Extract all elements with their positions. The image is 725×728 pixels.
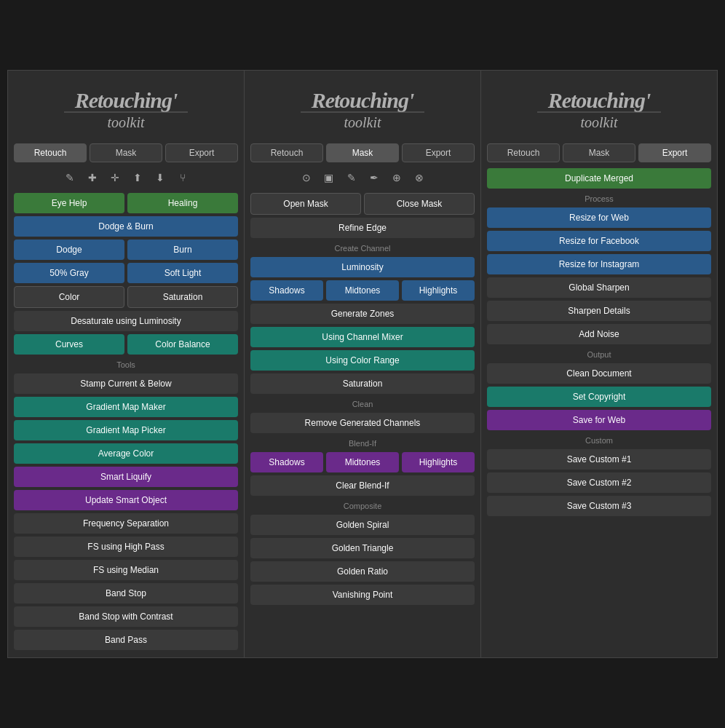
- btn-midtones-4[interactable]: Midtones: [326, 280, 399, 301]
- section-label-12: Custom: [487, 436, 711, 445]
- tab-retouch[interactable]: Retouch: [487, 143, 560, 162]
- panel-3: Retouching'toolkitRetouchMaskExportDupli…: [481, 71, 717, 657]
- btn-refine-edge[interactable]: Refine Edge: [250, 218, 475, 238]
- btn-saturation[interactable]: Saturation: [127, 286, 238, 308]
- brush2-icon[interactable]: ✎: [341, 168, 362, 187]
- logo-svg: Retouching'toolkit: [282, 80, 443, 135]
- panel-1: Retouching'toolkitRetouchMaskExport✎✚✛⬆⬇…: [8, 71, 245, 657]
- btn-add-noise[interactable]: Add Noise: [487, 324, 711, 344]
- btn-clean-document[interactable]: Clean Document: [487, 363, 711, 384]
- magnify-icon[interactable]: ⊗: [409, 168, 429, 187]
- tab-mask[interactable]: Mask: [326, 143, 399, 162]
- btn-midtones-12[interactable]: Midtones: [326, 452, 399, 472]
- btn-using-color-range[interactable]: Using Color Range: [250, 350, 475, 371]
- btn-resize-for-facebook[interactable]: Resize for Facebook: [487, 231, 711, 251]
- btn-smart-liquify[interactable]: Smart Liquify: [14, 467, 238, 487]
- btn-vanishing-point[interactable]: Vanishing Point: [250, 585, 475, 605]
- btn-update-smart-object[interactable]: Update Smart Object: [14, 490, 238, 510]
- btn-remove-generated-channels[interactable]: Remove Generated Channels: [250, 413, 475, 433]
- svg-text:Retouching': Retouching': [311, 88, 414, 112]
- btn-shadows-4[interactable]: Shadows: [250, 280, 323, 301]
- btn-gradient-map-maker[interactable]: Gradient Map Maker: [14, 397, 238, 417]
- btn-sharpen-details[interactable]: Sharpen Details: [487, 301, 711, 321]
- btn-soft-light[interactable]: Soft Light: [127, 263, 238, 283]
- tab-export[interactable]: Export: [165, 143, 238, 162]
- btn-dodge[interactable]: Dodge: [14, 240, 124, 260]
- btn-generate-zones[interactable]: Generate Zones: [250, 304, 475, 324]
- btn-50-gray[interactable]: 50% Gray: [14, 263, 124, 283]
- btn-color-balance[interactable]: Color Balance: [127, 334, 238, 355]
- logo-area: Retouching'toolkit: [250, 78, 475, 136]
- stamp-icon[interactable]: ⬆: [127, 168, 148, 187]
- svg-text:Retouching': Retouching': [74, 88, 178, 112]
- svg-text:toolkit: toolkit: [580, 114, 618, 130]
- btn-clear-blend-if[interactable]: Clear Blend-If: [250, 475, 475, 496]
- btn-fs-using-median[interactable]: FS using Median: [14, 560, 238, 580]
- btn-row-3-12: ShadowsMidtonesHighlights: [250, 452, 475, 472]
- btn-global-sharpen[interactable]: Global Sharpen: [487, 277, 711, 298]
- btn-save-for-web[interactable]: Save for Web: [487, 410, 711, 430]
- btn-save-custom-1[interactable]: Save Custom #1: [487, 449, 711, 470]
- tab-export[interactable]: Export: [402, 143, 475, 162]
- stamp2-icon[interactable]: ⬇: [150, 168, 170, 187]
- btn-stamp-current--below[interactable]: Stamp Current & Below: [14, 373, 238, 394]
- logo-svg: Retouching'toolkit: [519, 80, 679, 135]
- btn-eye-help[interactable]: Eye Help: [14, 193, 124, 213]
- btn-golden-triangle[interactable]: Golden Triangle: [250, 538, 475, 558]
- btn-open-mask[interactable]: Open Mask: [250, 193, 361, 215]
- btn-frequency-separation[interactable]: Frequency Separation: [14, 513, 238, 534]
- marquee-icon[interactable]: ▣: [319, 168, 339, 187]
- btn-highlights-12[interactable]: Highlights: [402, 452, 475, 472]
- btn-color[interactable]: Color: [14, 286, 124, 308]
- btn-close-mask[interactable]: Close Mask: [364, 193, 475, 215]
- btn-fs-using-high-pass[interactable]: FS using High Pass: [14, 537, 238, 557]
- fork-icon[interactable]: ⑂: [173, 168, 193, 187]
- btn-desaturate-using-luminosity[interactable]: Desaturate using Luminosity: [14, 311, 238, 331]
- btn-gradient-map-picker[interactable]: Gradient Map Picker: [14, 420, 238, 440]
- tab-row: RetouchMaskExport: [250, 143, 475, 162]
- logo-area: Retouching'toolkit: [14, 78, 238, 136]
- btn-shadows-12[interactable]: Shadows: [250, 452, 323, 472]
- pen-icon[interactable]: ✒: [364, 168, 384, 187]
- logo-svg: Retouching'toolkit: [46, 80, 206, 135]
- btn-resize-for-instagram[interactable]: Resize for Instagram: [487, 254, 711, 274]
- tab-retouch[interactable]: Retouch: [250, 143, 323, 162]
- brush-icon[interactable]: ✎: [60, 168, 80, 187]
- btn-using-channel-mixer[interactable]: Using Channel Mixer: [250, 327, 475, 347]
- tab-retouch[interactable]: Retouch: [14, 143, 87, 162]
- btn-average-color[interactable]: Average Color: [14, 443, 238, 464]
- tab-mask[interactable]: Mask: [563, 143, 635, 162]
- btn-band-stop-with-contrast[interactable]: Band Stop with Contrast: [14, 606, 238, 627]
- btn-burn[interactable]: Burn: [127, 240, 238, 260]
- tab-mask[interactable]: Mask: [90, 143, 162, 162]
- section-label-9: Clean: [250, 400, 475, 408]
- lasso-icon[interactable]: ⊙: [296, 168, 317, 187]
- btn-golden-spiral[interactable]: Golden Spiral: [250, 515, 475, 535]
- btn-band-stop[interactable]: Band Stop: [14, 583, 238, 604]
- btn-saturation[interactable]: Saturation: [250, 373, 475, 394]
- btn-curves[interactable]: Curves: [14, 334, 124, 355]
- btn-row-6: CurvesColor Balance: [14, 334, 238, 355]
- btn-save-custom-2[interactable]: Save Custom #2: [487, 472, 711, 493]
- btn-resize-for-web[interactable]: Resize for Web: [487, 207, 711, 228]
- eyedropper-icon[interactable]: ⊕: [387, 168, 407, 187]
- btn-luminosity[interactable]: Luminosity: [250, 257, 475, 277]
- btn-row-3: 50% GraySoft Light: [14, 263, 238, 283]
- btn-row-0: Eye HelpHealing: [14, 193, 238, 213]
- btn-healing[interactable]: Healing: [127, 193, 238, 213]
- btn-golden-ratio[interactable]: Golden Ratio: [250, 561, 475, 582]
- bandaid-icon[interactable]: ✚: [82, 168, 103, 187]
- section-label-14: Composite: [250, 502, 475, 510]
- section-label-8: Output: [487, 350, 711, 359]
- btn-band-pass[interactable]: Band Pass: [14, 630, 238, 650]
- svg-text:toolkit: toolkit: [107, 114, 145, 130]
- btn-highlights-4[interactable]: Highlights: [402, 280, 475, 301]
- tab-export[interactable]: Export: [638, 143, 711, 162]
- btn-set-copyright[interactable]: Set Copyright: [487, 387, 711, 407]
- panel-2: Retouching'toolkitRetouchMaskExport⊙▣✎✒⊕…: [245, 71, 481, 657]
- tab-row: RetouchMaskExport: [14, 143, 238, 162]
- btn-dodge--burn[interactable]: Dodge & Burn: [14, 216, 238, 237]
- bandaid2-icon[interactable]: ✛: [105, 168, 125, 187]
- btn-save-custom-3[interactable]: Save Custom #3: [487, 496, 711, 516]
- btn-duplicate-merged[interactable]: Duplicate Merged: [487, 168, 711, 189]
